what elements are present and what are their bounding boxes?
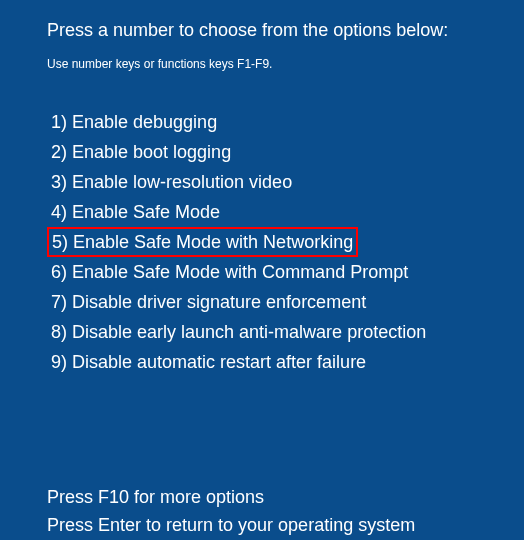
footer-return: Press Enter to return to your operating … <box>47 511 524 539</box>
option-9-disable-auto-restart[interactable]: 9) Disable automatic restart after failu… <box>47 347 370 377</box>
option-5-enable-safe-mode-networking[interactable]: 5) Enable Safe Mode with Networking <box>47 227 358 257</box>
option-7-disable-driver-signature[interactable]: 7) Disable driver signature enforcement <box>47 287 370 317</box>
footer-more-options: Press F10 for more options <box>47 483 524 511</box>
option-6-enable-safe-mode-command-prompt[interactable]: 6) Enable Safe Mode with Command Prompt <box>47 257 412 287</box>
option-8-disable-anti-malware[interactable]: 8) Disable early launch anti-malware pro… <box>47 317 430 347</box>
page-subheading: Use number keys or functions keys F1-F9. <box>47 57 524 71</box>
option-3-enable-low-resolution-video[interactable]: 3) Enable low-resolution video <box>47 167 296 197</box>
footer: Press F10 for more options Press Enter t… <box>47 483 524 539</box>
page-heading: Press a number to choose from the option… <box>47 20 524 41</box>
option-2-enable-boot-logging[interactable]: 2) Enable boot logging <box>47 137 235 167</box>
option-4-enable-safe-mode[interactable]: 4) Enable Safe Mode <box>47 197 224 227</box>
option-1-enable-debugging[interactable]: 1) Enable debugging <box>47 107 221 137</box>
startup-options-list: 1) Enable debugging 2) Enable boot loggi… <box>47 107 524 377</box>
